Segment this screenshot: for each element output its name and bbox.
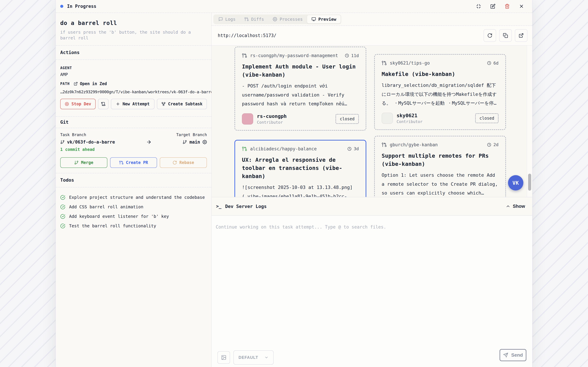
avatar (242, 113, 253, 125)
todo-item: Add keyboard event listener for 'b' key (60, 214, 207, 219)
external-link-icon (74, 82, 78, 86)
edit-icon[interactable] (490, 4, 495, 9)
tabs-list: Logs Diffs Processes Preview (213, 14, 341, 24)
stop-dev-button[interactable]: Stop Dev (60, 99, 96, 109)
card-repo: rs-cuongph/my-password-management (250, 53, 338, 58)
create-subtask-button[interactable]: Create Subtask (157, 99, 207, 109)
copy-url-button[interactable] (499, 29, 512, 42)
image-icon (221, 355, 226, 360)
agent-value: AMP (60, 72, 207, 77)
agent-label: AGENT (60, 66, 207, 70)
actions-section: AGENT AMP PATH Open in Zed …2dz0k7n62z93… (56, 60, 211, 117)
check-circle-icon (60, 214, 65, 219)
new-attempt-button[interactable]: New Attempt (111, 99, 155, 109)
dialog-titlebar: In Progress (56, 0, 532, 13)
scroll-icon (101, 102, 105, 106)
card-repo: sky0621/tips-go (390, 60, 430, 66)
open-in-zed-label: Open in Zed (80, 81, 107, 86)
tab-diffs[interactable]: Diffs (240, 15, 268, 24)
pull-request-icon (119, 160, 123, 165)
pull-request-icon (244, 17, 249, 21)
card-author: rs-cuongph (257, 113, 287, 119)
pr-card[interactable]: sky0621/tips-go 6d Makefile (vibe-kanban… (374, 54, 506, 130)
tab-logs[interactable]: Logs (214, 15, 240, 24)
refresh-button[interactable] (484, 29, 496, 42)
delete-icon[interactable] (505, 4, 510, 9)
plus-icon (116, 102, 120, 106)
attach-image-button[interactable] (217, 351, 230, 364)
tab-label: Preview (318, 17, 336, 22)
tab-preview[interactable]: Preview (307, 15, 341, 24)
create-pr-button[interactable]: Create PR (110, 157, 157, 168)
card-age: 6d (493, 61, 499, 66)
pr-card[interactable]: gburch/gybe-kanban 2d Support multiple r… (374, 136, 506, 197)
card-title: UX: Arregla el responsive de toolbar en … (242, 156, 359, 180)
card-description: Option 1: Let users choose the remote Ad… (382, 171, 499, 197)
target-branch: main (182, 140, 207, 145)
check-circle-icon (60, 223, 65, 228)
task-branch-name: vk/063f-do-a-barre (67, 140, 115, 145)
model-select[interactable]: DEFAULT (233, 350, 274, 365)
dev-logs-button[interactable] (98, 99, 109, 109)
card-repo: gburch/gybe-kanban (390, 142, 438, 147)
pr-card-selected[interactable]: alcibiadesc/happy-balance 3d UX: Arregla… (234, 140, 366, 197)
tab-label: Logs (225, 17, 235, 22)
card-author: sky0621 (397, 112, 423, 119)
vibe-kanban-fab[interactable]: VK (508, 175, 523, 191)
preview-urlbar (212, 26, 532, 46)
status-badge: closed (336, 114, 359, 124)
tab-label: Processes (279, 17, 303, 22)
todos-list: Explore project structure and understand… (56, 187, 211, 236)
desktop-background: In Progress do a barrel roll if users pr… (0, 0, 588, 367)
close-icon[interactable] (519, 4, 524, 9)
actions-section-heading: Actions (56, 46, 211, 60)
tab-processes[interactable]: Processes (268, 15, 307, 24)
chat-bubble-icon (218, 17, 223, 21)
attempt-panel: Logs Diffs Processes Preview (212, 13, 532, 367)
send-label: Send (511, 352, 523, 358)
path-label: PATH (60, 82, 69, 86)
preview-scrollbar-track (527, 46, 532, 197)
rebase-button[interactable]: Rebase (160, 157, 207, 168)
followup-input[interactable] (212, 216, 532, 367)
collapse-icon[interactable] (476, 4, 481, 9)
todo-label: Test the barrel roll functionality (69, 223, 156, 228)
clock-icon (345, 53, 349, 58)
todo-label: Add CSS barrel roll animation (69, 204, 143, 209)
dev-server-logs-bar[interactable]: >_ Dev Server Logs Show (212, 197, 532, 216)
git-branch-icon (74, 160, 79, 165)
card-title: Makefile (vibe-kanban) (382, 70, 499, 78)
refresh-icon (173, 160, 177, 165)
card-author-role: Contributor (257, 120, 287, 125)
send-button[interactable]: Send (500, 349, 527, 361)
new-attempt-label: New Attempt (122, 102, 150, 106)
status-label: In Progress (67, 4, 96, 9)
model-select-value: DEFAULT (239, 355, 258, 360)
task-branch-label: Task Branch (60, 133, 86, 137)
card-age: 3d (354, 146, 359, 151)
status-dot-icon (60, 5, 63, 8)
todo-item: Test the barrel roll functionality (60, 223, 207, 228)
branch-settings-gear-icon[interactable] (202, 140, 207, 144)
preview-scrollbar-thumb[interactable] (528, 174, 531, 191)
preview-viewport: rs-cuongph/my-password-management 11d Im… (212, 46, 532, 197)
open-external-button[interactable] (515, 29, 527, 42)
stop-circle-icon (65, 102, 69, 106)
todo-item: Explore project structure and understand… (60, 195, 207, 200)
open-in-zed-link[interactable]: Open in Zed (74, 81, 107, 86)
card-age: 2d (493, 142, 499, 147)
show-label: Show (513, 204, 525, 209)
show-logs-toggle[interactable]: Show (506, 204, 525, 209)
git-branch-icon (182, 140, 187, 144)
dev-server-logs-label: Dev Server Logs (225, 204, 267, 209)
card-age: 11d (351, 53, 359, 58)
copy-icon (503, 33, 508, 38)
pr-card[interactable]: rs-cuongph/my-password-management 11d Im… (234, 47, 366, 131)
target-branch-name: main (189, 140, 200, 145)
merge-button[interactable]: Merge (60, 157, 107, 168)
avatar (382, 113, 393, 124)
gear-icon (273, 17, 277, 21)
url-input[interactable] (217, 33, 484, 38)
card-title: Support multiple remotes for PRs (vibe-k… (382, 152, 499, 168)
clock-icon (487, 61, 491, 65)
